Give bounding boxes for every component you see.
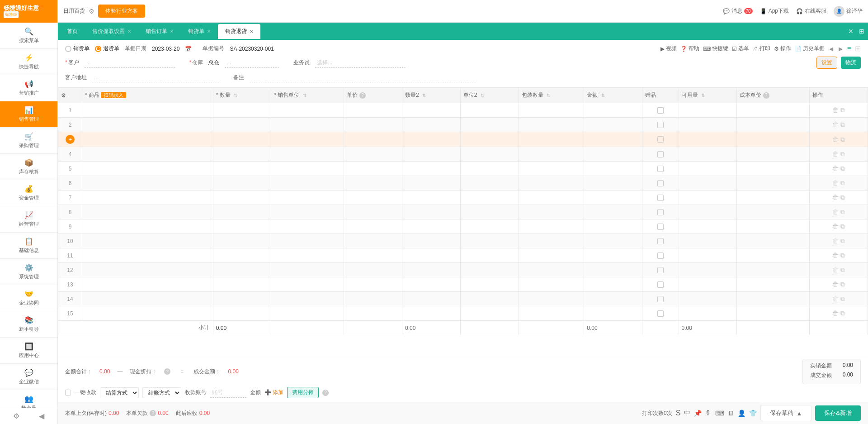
sidebar-item-purchase[interactable]: 🛒 采购管理 bbox=[0, 128, 57, 154]
row-price-12[interactable] bbox=[344, 263, 402, 277]
video-btn[interactable]: ▶ 视频 bbox=[660, 45, 677, 52]
row-price-11[interactable] bbox=[344, 248, 402, 263]
row-goods-6[interactable] bbox=[82, 176, 213, 191]
delete-row-9[interactable]: 🗑 bbox=[832, 223, 839, 230]
delete-row-5[interactable]: 🗑 bbox=[832, 165, 839, 172]
gift-checkbox-14[interactable] bbox=[657, 296, 664, 302]
gift-checkbox-8[interactable] bbox=[657, 209, 664, 215]
row-gift-4[interactable] bbox=[642, 147, 679, 162]
row-available-9[interactable] bbox=[679, 219, 737, 234]
row-qty-12[interactable] bbox=[213, 263, 271, 277]
delete-row-8[interactable]: 🗑 bbox=[832, 208, 839, 216]
discount-help-icon[interactable]: ? bbox=[164, 368, 170, 375]
gift-checkbox-4[interactable] bbox=[657, 151, 664, 157]
row-goods-11[interactable] bbox=[82, 248, 213, 263]
row-cost-14[interactable] bbox=[737, 292, 810, 306]
row-goods-13[interactable] bbox=[82, 277, 213, 292]
delete-row-13[interactable]: 🗑 bbox=[832, 281, 839, 288]
sidebar-collapse-icon[interactable]: ◀ bbox=[39, 412, 44, 420]
row-pkg-3[interactable] bbox=[519, 132, 584, 147]
row-gift-14[interactable] bbox=[642, 292, 679, 306]
row-unit-1[interactable] bbox=[271, 103, 344, 118]
row-price-1[interactable] bbox=[344, 103, 402, 118]
row-unit2-11[interactable] bbox=[460, 248, 519, 263]
topbar-gear-icon[interactable]: ⚙ bbox=[89, 8, 94, 15]
delete-row-6[interactable]: 🗑 bbox=[832, 179, 839, 187]
row-unit-14[interactable] bbox=[271, 292, 344, 306]
delete-row-4[interactable]: 🗑 bbox=[832, 150, 839, 158]
row-qty2-14[interactable] bbox=[402, 292, 461, 306]
row-unit2-12[interactable] bbox=[460, 263, 519, 277]
row-unit-5[interactable] bbox=[271, 162, 344, 176]
card-view-btn[interactable]: ⊞ bbox=[855, 44, 861, 53]
row-unit2-8[interactable] bbox=[460, 205, 519, 219]
sidebar-item-wechat[interactable]: 💬 企业微信 bbox=[0, 364, 57, 390]
row-cost-3[interactable] bbox=[737, 132, 810, 147]
row-gift-12[interactable] bbox=[642, 263, 679, 277]
tab-sales-order[interactable]: 销售订单 ✕ bbox=[138, 24, 181, 39]
row-qty-7[interactable] bbox=[213, 191, 271, 205]
row-cost-7[interactable] bbox=[737, 191, 810, 205]
copy-row-12[interactable]: ⧉ bbox=[840, 266, 845, 274]
gift-checkbox-3[interactable] bbox=[657, 136, 664, 143]
row-qty2-9[interactable] bbox=[402, 219, 461, 234]
row-goods-9[interactable] bbox=[82, 219, 213, 234]
warehouse-input[interactable]: ... bbox=[225, 58, 279, 68]
row-unit-11[interactable] bbox=[271, 248, 344, 263]
avail-sort-icon[interactable]: ⇅ bbox=[701, 93, 705, 98]
close-tab-icon[interactable]: ✕ bbox=[846, 26, 855, 37]
row-unit2-1[interactable] bbox=[460, 103, 519, 118]
row-pkg-7[interactable] bbox=[519, 191, 584, 205]
row-qty2-10[interactable] bbox=[402, 234, 461, 248]
row-pkg-1[interactable] bbox=[519, 103, 584, 118]
row-price-7[interactable] bbox=[344, 191, 402, 205]
row-price-10[interactable] bbox=[344, 234, 402, 248]
row-pkg-10[interactable] bbox=[519, 234, 584, 248]
row-qty-3[interactable] bbox=[213, 132, 271, 147]
amount-sort-icon[interactable]: ⇅ bbox=[601, 93, 605, 98]
row-unit-4[interactable] bbox=[271, 147, 344, 162]
row-qty-14[interactable] bbox=[213, 292, 271, 306]
row-amount-7[interactable] bbox=[584, 191, 642, 205]
row-unit2-10[interactable] bbox=[460, 234, 519, 248]
print-btn[interactable]: 🖨 打印 bbox=[753, 45, 770, 52]
copy-row-5[interactable]: ⧉ bbox=[840, 165, 845, 172]
row-gift-13[interactable] bbox=[642, 277, 679, 292]
row-price-13[interactable] bbox=[344, 277, 402, 292]
row-pkg-9[interactable] bbox=[519, 219, 584, 234]
row-unit-13[interactable] bbox=[271, 277, 344, 292]
row-qty2-6[interactable] bbox=[402, 176, 461, 191]
row-qty-13[interactable] bbox=[213, 277, 271, 292]
row-amount-12[interactable] bbox=[584, 263, 642, 277]
row-cost-8[interactable] bbox=[737, 205, 810, 219]
logistics-btn[interactable]: 物流 bbox=[841, 57, 861, 69]
row-qty2-15[interactable] bbox=[402, 306, 461, 321]
row-cost-2[interactable] bbox=[737, 118, 810, 132]
row-gift-1[interactable] bbox=[642, 103, 679, 118]
row-unit-10[interactable] bbox=[271, 234, 344, 248]
gift-checkbox-9[interactable] bbox=[657, 224, 664, 230]
tab-sales-return[interactable]: 销货退货 ✕ bbox=[218, 24, 260, 39]
row-goods-7[interactable] bbox=[82, 191, 213, 205]
expense-split-btn[interactable]: 费用分摊 bbox=[287, 387, 319, 398]
row-unit-3[interactable] bbox=[271, 132, 344, 147]
sidebar-item-operations[interactable]: 📈 经营管理 bbox=[0, 206, 57, 233]
calc-method-select[interactable]: 结算方式 bbox=[100, 387, 139, 398]
row-qty2-2[interactable] bbox=[402, 118, 461, 132]
row-unit-9[interactable] bbox=[271, 219, 344, 234]
row-unit2-14[interactable] bbox=[460, 292, 519, 306]
add-row-btn[interactable]: + bbox=[66, 135, 75, 144]
app-download-btn[interactable]: 📱 App下载 bbox=[760, 7, 789, 15]
row-unit2-15[interactable] bbox=[460, 306, 519, 321]
row-available-5[interactable] bbox=[679, 162, 737, 176]
copy-row-13[interactable]: ⧉ bbox=[840, 281, 845, 288]
row-price-8[interactable] bbox=[344, 205, 402, 219]
delete-row-10[interactable]: 🗑 bbox=[832, 237, 839, 245]
sidebar-item-enterprise[interactable]: 🤝 企业协同 bbox=[0, 285, 57, 311]
row-cost-13[interactable] bbox=[737, 277, 810, 292]
unit-sort-icon[interactable]: ⇅ bbox=[303, 93, 307, 98]
row-qty2-13[interactable] bbox=[402, 277, 461, 292]
sidebar-item-inventory[interactable]: 📦 库存核算 bbox=[0, 154, 57, 180]
row-amount-15[interactable] bbox=[584, 306, 642, 321]
row-price-2[interactable] bbox=[344, 118, 402, 132]
